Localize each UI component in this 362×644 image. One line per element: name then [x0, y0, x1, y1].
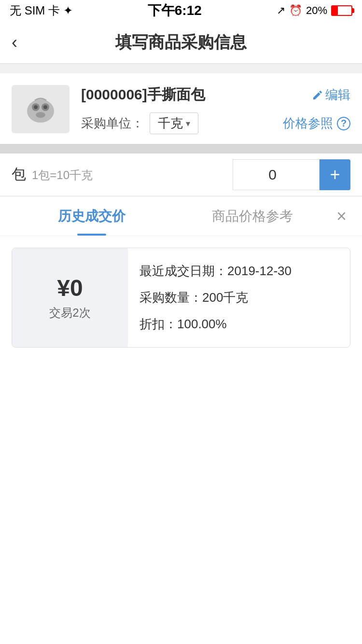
battery-icon — [331, 5, 352, 16]
price-reference-button[interactable]: 价格参照 ? — [283, 115, 350, 132]
product-card: [0000006]手撕面包 编辑 采购单位： 千克 ▾ 价格参照 ? — [0, 73, 362, 144]
last-trade-date: 最近成交日期：2019-12-30 — [139, 262, 338, 280]
product-info: [0000006]手撕面包 编辑 采购单位： 千克 ▾ 价格参照 ? — [81, 85, 350, 134]
purchase-quantity: 采购数量：200千克 — [139, 288, 338, 307]
discount: 折扣：100.00% — [139, 315, 338, 334]
unit-select[interactable]: 千克 ▾ — [150, 112, 198, 134]
chevron-down-icon: ▾ — [186, 118, 190, 129]
history-price-panel: ¥0 交易2次 — [12, 248, 128, 347]
info-icon: ? — [337, 117, 350, 130]
history-card: ¥0 交易2次 最近成交日期：2019-12-30 采购数量：200千克 折扣：… — [12, 248, 350, 348]
edit-icon — [312, 89, 323, 101]
location-icon: ↗ — [277, 4, 285, 17]
discount-label: 折扣： — [139, 317, 177, 331]
svg-point-3 — [34, 105, 38, 109]
history-price-value: ¥0 — [57, 275, 83, 301]
status-bar: 无 SIM 卡 ✦ 下午6:12 ↗ ⏰ 20% — [0, 0, 362, 21]
sim-label: 无 SIM 卡 ✦ — [10, 3, 73, 18]
svg-point-5 — [36, 112, 45, 118]
tab-history-price[interactable]: 历史成交价 — [12, 197, 172, 236]
quantity-row: 包 1包=10千克 + — [0, 154, 362, 196]
nav-bar: ‹ 填写商品采购信息 — [0, 21, 362, 64]
alarm-icon: ⏰ — [289, 4, 302, 17]
tabs-close-button[interactable]: × — [333, 197, 350, 236]
quantity-plus-button[interactable]: + — [320, 159, 350, 190]
purchase-qty-value: 200千克 — [202, 290, 248, 305]
main-content-area — [0, 359, 362, 644]
last-trade-date-label: 最近成交日期： — [139, 264, 227, 278]
tab-price-reference[interactable]: 商品价格参考 — [172, 197, 332, 236]
page-title: 填写商品采购信息 — [115, 31, 247, 54]
purchase-unit-row: 采购单位： 千克 ▾ 价格参照 ? — [81, 112, 350, 134]
section-divider — [0, 144, 362, 154]
tab-history-label: 历史成交价 — [58, 209, 125, 224]
tabs-section: 历史成交价 商品价格参考 × ¥0 交易2次 最近成交日期：2019-12-30… — [0, 197, 362, 359]
back-button[interactable]: ‹ — [12, 32, 17, 53]
svg-point-0 — [27, 99, 54, 123]
product-name: [0000006]手撕面包 — [81, 85, 205, 105]
battery-percent: 20% — [306, 4, 327, 17]
unit-label: 采购单位： — [81, 115, 144, 132]
product-logo-icon — [21, 90, 60, 128]
status-left: 无 SIM 卡 ✦ — [10, 3, 73, 18]
last-trade-date-value: 2019-12-30 — [227, 264, 292, 278]
edit-button[interactable]: 编辑 — [312, 86, 350, 103]
status-time: 下午6:12 — [148, 1, 202, 20]
edit-label: 编辑 — [325, 86, 350, 103]
tabs-header: 历史成交价 商品价格参考 × — [0, 197, 362, 236]
quantity-input-group: + — [233, 159, 350, 190]
product-header: [0000006]手撕面包 编辑 — [81, 85, 350, 105]
history-content: ¥0 交易2次 最近成交日期：2019-12-30 采购数量：200千克 折扣：… — [0, 236, 362, 359]
svg-point-4 — [43, 105, 47, 109]
product-thumbnail — [12, 85, 70, 133]
purchase-unit-left: 采购单位： 千克 ▾ — [81, 112, 198, 134]
status-right: ↗ ⏰ 20% — [277, 4, 352, 17]
history-trade-count: 交易2次 — [49, 305, 90, 321]
quantity-label-group: 包 1包=10千克 — [12, 165, 93, 184]
purchase-qty-label: 采购数量： — [139, 290, 202, 305]
price-ref-label: 价格参照 — [283, 115, 333, 132]
unit-value: 千克 — [158, 115, 183, 132]
discount-value: 100.00% — [177, 317, 227, 331]
quantity-input[interactable] — [233, 159, 320, 190]
tab-price-ref-label: 商品价格参考 — [212, 209, 293, 224]
quantity-conversion-label: 1包=10千克 — [32, 168, 93, 183]
quantity-unit-label: 包 — [12, 165, 26, 184]
history-details-panel: 最近成交日期：2019-12-30 采购数量：200千克 折扣：100.00% — [128, 248, 350, 347]
